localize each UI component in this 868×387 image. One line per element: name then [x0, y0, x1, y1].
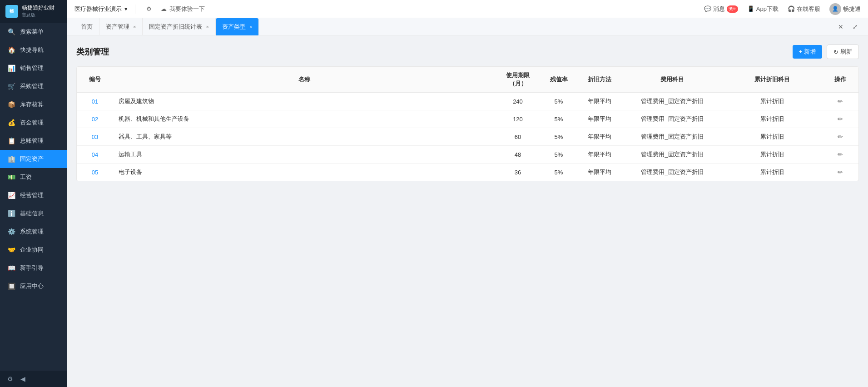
- online-service-label: 在线客服: [797, 5, 820, 13]
- tab-asset-mgmt[interactable]: 资产管理 ×: [99, 18, 143, 35]
- table-row: 04 运输工具 48 5% 年限平均 管理费用_固定资产折旧 累计折旧 ✏: [77, 146, 858, 164]
- sidebar-item-sales[interactable]: 📊 销售管理: [0, 59, 67, 77]
- sidebar-icon-guide: 📖: [7, 264, 15, 272]
- sidebar-item-capital[interactable]: 💰 资金管理: [0, 114, 67, 132]
- sidebar-item-operations[interactable]: 📈 经营管理: [0, 186, 67, 204]
- app-edition: 普及版: [22, 12, 55, 18]
- refresh-label: 刷新: [840, 48, 852, 56]
- tabs-bar: 首页 资产管理 × 固定资产折旧统计表 × 资产类型 × ✕ ⤢: [67, 18, 868, 35]
- tab-asset-mgmt-label: 资产管理: [106, 23, 129, 31]
- cell-name: 房屋及建筑物: [113, 93, 495, 110]
- sidebar-label-purchase: 采购管理: [20, 82, 44, 90]
- main-area: 医疗器械行业演示 ▾ ⚙ ☁ 我要体验一下 💬 消息 99+ 📱 App下载 🎧…: [67, 0, 868, 387]
- settings-icon[interactable]: ⚙: [7, 375, 13, 382]
- messages-label: 消息: [713, 5, 725, 13]
- messages-btn[interactable]: 💬 消息 99+: [704, 5, 738, 13]
- row-no-link[interactable]: 05: [92, 169, 98, 176]
- table-row: 02 机器、机械和其他生产设备 120 5% 年限平均 管理费用_固定资产折旧 …: [77, 110, 858, 128]
- sidebar-label-search: 搜索菜单: [20, 28, 44, 36]
- col-header-accum: 累计折旧科目: [722, 67, 822, 93]
- new-button[interactable]: + 新增: [793, 45, 822, 59]
- messages-icon: 💬: [704, 5, 711, 12]
- cell-residual: 5%: [541, 128, 577, 146]
- sidebar-item-basic-info[interactable]: ℹ️ 基础信息: [0, 204, 67, 223]
- user-menu[interactable]: 👤 畅捷通: [829, 3, 861, 15]
- company-selector[interactable]: 医疗器械行业演示 ▾: [74, 5, 128, 13]
- tab-depreciation-label: 固定资产折旧统计表: [149, 23, 202, 31]
- tab-close-btn[interactable]: ✕: [835, 21, 846, 32]
- cell-no: 05: [77, 164, 113, 181]
- app-title: 畅捷通好业财: [22, 5, 55, 12]
- messages-badge: 99+: [727, 5, 738, 13]
- cell-name: 电子设备: [113, 164, 495, 181]
- cell-no: 04: [77, 146, 113, 164]
- sidebar-item-guide[interactable]: 📖 新手引导: [0, 259, 67, 277]
- app-download-label: App下载: [756, 5, 779, 13]
- app-download-btn[interactable]: 📱 App下载: [747, 5, 779, 13]
- tab-asset-type[interactable]: 资产类型 ×: [216, 18, 259, 35]
- cell-residual: 5%: [541, 93, 577, 110]
- page-actions: + 新增 ↻ 刷新: [793, 45, 859, 59]
- edit-icon[interactable]: ✏: [838, 133, 843, 140]
- cell-method: 年限平均: [577, 164, 622, 181]
- topbar-settings-icon[interactable]: ⚙: [143, 3, 155, 15]
- row-no-link[interactable]: 01: [92, 98, 98, 105]
- sidebar-item-ledger[interactable]: 📋 总账管理: [0, 132, 67, 150]
- tab-expand-btn[interactable]: ⤢: [850, 21, 861, 32]
- topbar: 医疗器械行业演示 ▾ ⚙ ☁ 我要体验一下 💬 消息 99+ 📱 App下载 🎧…: [67, 0, 868, 18]
- cell-action: ✏: [822, 110, 858, 128]
- sidebar-item-inventory[interactable]: 📦 库存核算: [0, 95, 67, 114]
- sidebar-footer: ⚙ ◀: [0, 371, 67, 387]
- sidebar-icon-basic-info: ℹ️: [7, 209, 15, 218]
- sidebar-item-quick-nav[interactable]: 🏠 快捷导航: [0, 41, 67, 59]
- sidebar-item-app-center[interactable]: 🔲 应用中心: [0, 277, 67, 295]
- cell-action: ✏: [822, 164, 858, 181]
- cell-period: 240: [495, 93, 541, 110]
- sidebar-icon-search: 🔍: [7, 28, 15, 36]
- sidebar-item-payroll[interactable]: 💵 工资: [0, 168, 67, 186]
- sidebar-icon-purchase: 🛒: [7, 82, 15, 90]
- cell-name: 机器、机械和其他生产设备: [113, 110, 495, 128]
- sidebar-item-purchase[interactable]: 🛒 采购管理: [0, 77, 67, 95]
- cell-expense: 管理费用_固定资产折旧: [622, 93, 722, 110]
- cell-accum: 累计折旧: [722, 146, 822, 164]
- cell-expense: 管理费用_固定资产折旧: [622, 164, 722, 181]
- refresh-button[interactable]: ↻ 刷新: [827, 45, 859, 59]
- sidebar-icon-quick-nav: 🏠: [7, 46, 15, 54]
- logo-icon: 畅: [5, 5, 18, 18]
- sidebar-item-system[interactable]: ⚙️ 系统管理: [0, 223, 67, 241]
- sidebar-item-search[interactable]: 🔍 搜索菜单: [0, 23, 67, 41]
- sidebar-label-operations: 经营管理: [20, 191, 44, 199]
- sidebar-item-fixed-assets[interactable]: 🏢 固定资产: [0, 150, 67, 168]
- sidebar-item-enterprise[interactable]: 🤝 企业协同: [0, 241, 67, 259]
- sidebar-header: 畅 畅捷通好业财 普及版: [0, 0, 67, 23]
- cell-accum: 累计折旧: [722, 128, 822, 146]
- sidebar-label-enterprise: 企业协同: [20, 246, 44, 254]
- tab-depreciation[interactable]: 固定资产折旧统计表 ×: [143, 18, 215, 35]
- tab-asset-type-close[interactable]: ×: [249, 24, 252, 30]
- col-header-no: 编号: [77, 67, 113, 93]
- row-no-link[interactable]: 04: [92, 151, 98, 158]
- collapse-icon[interactable]: ◀: [20, 375, 25, 382]
- row-no-link[interactable]: 02: [92, 116, 98, 123]
- tab-home-label: 首页: [81, 23, 93, 31]
- col-header-period: 使用期限（月）: [495, 67, 541, 93]
- edit-icon[interactable]: ✏: [838, 169, 843, 176]
- tabs-right: ✕ ⤢: [835, 21, 861, 32]
- tab-depreciation-close[interactable]: ×: [206, 24, 208, 30]
- sidebar-label-app-center: 应用中心: [20, 282, 44, 290]
- online-service-btn[interactable]: 🎧 在线客服: [788, 5, 820, 13]
- edit-icon[interactable]: ✏: [838, 98, 843, 105]
- edit-icon[interactable]: ✏: [838, 115, 843, 123]
- content-area: 类别管理 + 新增 ↻ 刷新 编号 名称 使用期限（月） 残值率 折旧方法: [67, 35, 868, 387]
- tab-home[interactable]: 首页: [74, 18, 99, 35]
- cell-residual: 5%: [541, 164, 577, 181]
- row-no-link[interactable]: 03: [92, 134, 98, 140]
- cell-name: 器具、工具、家具等: [113, 128, 495, 146]
- edit-icon[interactable]: ✏: [838, 151, 843, 158]
- tab-asset-mgmt-close[interactable]: ×: [133, 24, 136, 30]
- cell-method: 年限平均: [577, 110, 622, 128]
- experience-label: 我要体验一下: [169, 5, 205, 13]
- experience-btn[interactable]: ☁ 我要体验一下: [161, 5, 205, 13]
- cell-period: 60: [495, 128, 541, 146]
